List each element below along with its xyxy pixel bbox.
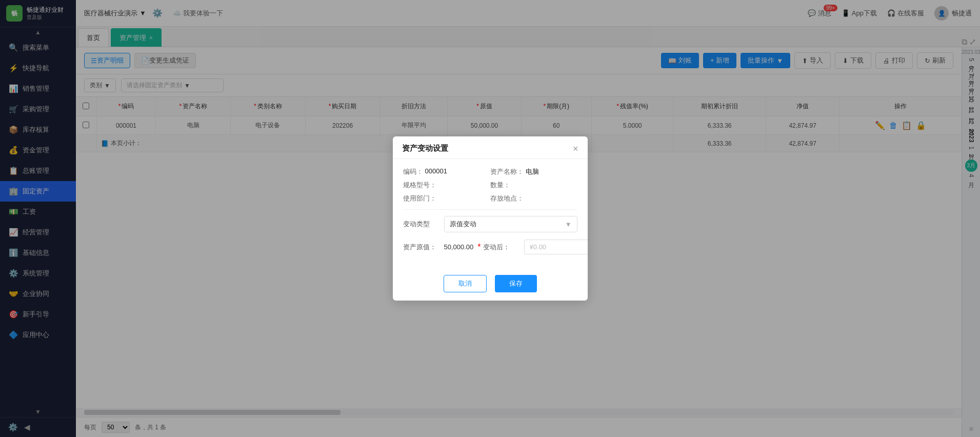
modal-original-value: 50,000.00 xyxy=(444,243,474,251)
modal-name-value: 电脑 xyxy=(526,167,539,176)
modal-info-grid: 编码： 000001 资产名称： 电脑 规格型号： 数量： 使用部门： xyxy=(403,167,577,210)
modal-footer: 取消 保存 xyxy=(393,270,588,301)
modal-original-value-label: 资产原值： xyxy=(403,243,444,252)
modal-overlay[interactable]: 资产变动设置 × 编码： 000001 资产名称： 电脑 规格型号： 数 xyxy=(0,0,980,437)
modal-change-type-select[interactable]: 原值变动 ▼ xyxy=(444,216,577,232)
modal-location-item: 存放地点： xyxy=(490,194,577,203)
modal-body: 编码： 000001 资产名称： 电脑 规格型号： 数量： 使用部门： xyxy=(393,159,588,270)
cancel-button[interactable]: 取消 xyxy=(444,275,487,292)
modal-spec-label: 规格型号： xyxy=(403,181,436,190)
modal-header: 资产变动设置 × xyxy=(393,136,588,159)
modal-dept-item: 使用部门： xyxy=(403,194,490,203)
modal-qty-item: 数量： xyxy=(490,181,577,190)
modal-after-input[interactable] xyxy=(524,240,588,254)
modal-change-type-row: 变动类型 原值变动 ▼ xyxy=(403,216,577,232)
modal-after-label: 变动后： xyxy=(483,243,524,252)
modal-code-label: 编码： xyxy=(403,167,423,176)
modal-close-icon[interactable]: × xyxy=(573,144,578,153)
save-button[interactable]: 保存 xyxy=(495,275,537,292)
modal-spec-item: 规格型号： xyxy=(403,181,490,190)
modal-code-item: 编码： 000001 xyxy=(403,167,490,176)
asset-change-modal: 资产变动设置 × 编码： 000001 资产名称： 电脑 规格型号： 数 xyxy=(393,136,588,301)
modal-location-label: 存放地点： xyxy=(490,194,524,203)
modal-value-row: 资产原值： 50,000.00 * 变动后： xyxy=(403,240,577,254)
change-type-value: 原值变动 xyxy=(450,220,476,229)
modal-change-type-label: 变动类型 xyxy=(403,220,444,229)
modal-title: 资产变动设置 xyxy=(402,144,448,153)
modal-dept-label: 使用部门： xyxy=(403,194,436,203)
modal-name-label: 资产名称： xyxy=(490,167,524,176)
modal-code-value: 000001 xyxy=(425,167,447,176)
modal-qty-label: 数量： xyxy=(490,181,510,190)
change-type-arrow-icon: ▼ xyxy=(565,221,572,228)
modal-required-icon: * xyxy=(477,243,481,252)
modal-name-item: 资产名称： 电脑 xyxy=(490,167,577,176)
